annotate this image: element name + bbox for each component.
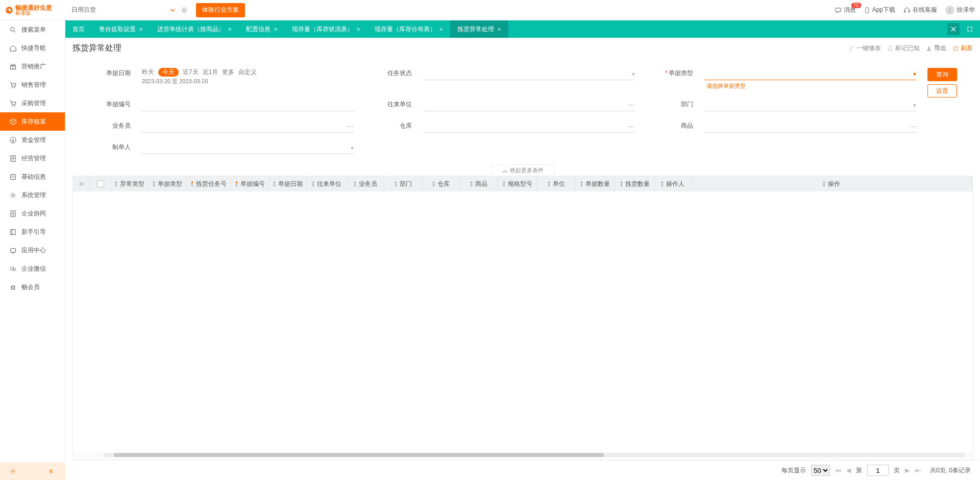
refresh-button[interactable]: 刷新 <box>952 44 973 53</box>
sort-icon[interactable]: ▲▼ <box>502 180 506 187</box>
sort-icon[interactable]: ▲▼ <box>353 180 357 187</box>
order-type-select[interactable]: ▾ <box>704 68 916 80</box>
settings-gear-icon[interactable] <box>9 468 16 475</box>
batch-edit-button[interactable]: 一键修改 <box>848 44 881 53</box>
sort-icon[interactable]: ▲▼ <box>273 180 277 187</box>
sort-icon[interactable]: ▲▼ <box>580 180 584 187</box>
column-header-8[interactable]: ▲▼业务员 <box>347 176 384 191</box>
close-icon[interactable]: ✕ <box>139 27 143 32</box>
column-header-4[interactable]: ▲▼拣货任务号 <box>186 176 231 191</box>
app-download-link[interactable]: App下载 <box>864 6 895 14</box>
horizontal-scrollbar[interactable] <box>73 452 972 458</box>
experience-plan-button[interactable]: 体验行业方案 <box>196 3 245 17</box>
collapse-sidebar-icon[interactable] <box>48 468 56 475</box>
close-icon[interactable]: ✕ <box>228 27 232 32</box>
column-header-7[interactable]: ▲▼往来单位 <box>307 176 347 191</box>
close-icon[interactable]: ✕ <box>497 27 501 32</box>
sidebar-item-0[interactable]: 搜索菜单 <box>0 20 65 39</box>
prev-page-button[interactable]: ◀ <box>846 467 851 474</box>
tab-4[interactable]: 现存量（库存状况表）✕ <box>285 20 368 38</box>
tab-5[interactable]: 现存量（库存分布表）✕ <box>368 20 450 38</box>
date-quick-2[interactable]: 近7天 <box>183 68 199 77</box>
search-button[interactable]: 查询 <box>927 68 957 81</box>
date-quick-4[interactable]: 更多 <box>222 68 234 77</box>
sort-icon[interactable]: ▲▼ <box>152 180 156 187</box>
close-icon[interactable]: ✕ <box>274 27 278 32</box>
sidebar-item-12[interactable]: 应用中心 <box>0 241 65 259</box>
sidebar-item-6[interactable]: 资金管理 <box>0 131 65 149</box>
date-quick-3[interactable]: 近1月 <box>203 68 218 77</box>
date-quick-1[interactable]: 今天 <box>158 68 179 77</box>
partner-picker[interactable]: ··· <box>423 99 635 111</box>
tab-6[interactable]: 拣货异常处理✕ <box>450 20 508 38</box>
sidebar-item-4[interactable]: 采购管理 <box>0 94 65 112</box>
tab-2[interactable]: 进货单统计表（按商品）✕ <box>150 20 239 38</box>
per-page-select[interactable]: 50 <box>811 465 830 476</box>
select-all-checkbox[interactable] <box>97 180 104 187</box>
sort-icon[interactable]: ▲▼ <box>660 180 665 187</box>
staff-picker[interactable]: ··· <box>142 121 354 133</box>
sort-icon[interactable]: ▲▼ <box>114 180 118 187</box>
column-header-0[interactable] <box>73 176 90 191</box>
product-picker[interactable]: ··· <box>704 121 916 133</box>
column-header-12[interactable]: ▲▼规格型号 <box>498 176 537 191</box>
dept-select[interactable]: ▾ <box>704 99 916 111</box>
sidebar-item-1[interactable]: 快捷导航 <box>0 39 65 57</box>
messages-link[interactable]: 消息 70 <box>835 6 856 14</box>
column-header-11[interactable]: ▲▼商品 <box>460 176 498 191</box>
date-quick-5[interactable]: 自定义 <box>238 68 257 77</box>
fullscreen-icon[interactable] <box>964 23 976 35</box>
mark-known-button[interactable]: 标记已知 <box>887 44 920 53</box>
industry-selector[interactable]: 日用百货 <box>71 6 175 14</box>
column-header-16[interactable]: ▲▼操作人 <box>655 176 691 191</box>
sort-icon[interactable]: ▲▼ <box>470 180 474 187</box>
last-page-button[interactable]: ⏭ <box>915 467 921 474</box>
sidebar-item-14[interactable]: 畅会员 <box>0 278 65 296</box>
column-header-9[interactable]: ▲▼部门 <box>384 176 422 191</box>
sidebar-item-8[interactable]: 基础信息 <box>0 167 65 186</box>
column-header-5[interactable]: ▲▼单据编号 <box>231 176 269 191</box>
close-all-tabs-icon[interactable] <box>947 23 960 35</box>
next-page-button[interactable]: ▶ <box>905 467 910 474</box>
sort-icon[interactable]: ▲▼ <box>311 180 315 187</box>
column-header-13[interactable]: ▲▼单位 <box>537 176 575 191</box>
first-page-button[interactable]: ⏮ <box>835 467 841 474</box>
sort-icon[interactable]: ▲▼ <box>547 180 551 187</box>
column-header-15[interactable]: ▲▼拣货数量 <box>615 176 655 191</box>
column-header-17[interactable]: ▲▼操作 <box>691 176 972 191</box>
order-no-input[interactable] <box>142 99 354 111</box>
column-header-14[interactable]: ▲▼单据数量 <box>575 176 615 191</box>
warehouse-picker[interactable]: ··· <box>423 121 635 133</box>
column-header-6[interactable]: ▲▼单据日期 <box>269 176 307 191</box>
task-state-select[interactable]: ▾ <box>423 68 635 80</box>
sort-icon[interactable]: ▲▼ <box>822 180 826 187</box>
tab-1[interactable]: 售价提取设置✕ <box>92 20 150 38</box>
sort-icon[interactable]: ▲▼ <box>620 180 624 187</box>
sidebar-item-11[interactable]: 新手引导 <box>0 223 65 241</box>
column-header-10[interactable]: ▲▼仓库 <box>422 176 460 191</box>
table-settings-gear-icon[interactable] <box>78 181 85 187</box>
page-number-input[interactable] <box>867 465 889 476</box>
sidebar-item-2[interactable]: 营销推广 <box>0 57 65 76</box>
column-header-1[interactable] <box>90 176 111 191</box>
top-gear-icon[interactable] <box>180 6 188 14</box>
close-icon[interactable]: ✕ <box>356 27 360 32</box>
support-link[interactable]: 在线客服 <box>903 6 937 14</box>
sidebar-item-5[interactable]: 库存核算 <box>0 112 65 131</box>
sidebar-item-10[interactable]: 企业协同 <box>0 204 65 223</box>
sidebar-item-3[interactable]: 销售管理 <box>0 76 65 94</box>
settings-button[interactable]: 设置 <box>927 84 957 98</box>
sidebar-item-7[interactable]: 经营管理 <box>0 149 65 167</box>
collapse-more-button[interactable]: ︽ 收起更多条件 <box>492 164 554 176</box>
tab-0[interactable]: 首页 <box>65 20 92 38</box>
sort-icon[interactable]: ▲▼ <box>394 180 398 187</box>
export-button[interactable]: 导出 <box>926 44 946 53</box>
sidebar-item-9[interactable]: 系统管理 <box>0 186 65 204</box>
sort-icon[interactable]: ▲▼ <box>235 180 239 187</box>
user-menu[interactable]: 徐泽华 <box>945 6 975 15</box>
column-header-3[interactable]: ▲▼单据类型 <box>149 176 186 191</box>
close-icon[interactable]: ✕ <box>439 27 443 32</box>
sort-icon[interactable]: ▲▼ <box>432 180 436 187</box>
sort-icon[interactable]: ▲▼ <box>190 180 194 187</box>
sidebar-item-13[interactable]: 企业微信 <box>0 259 65 278</box>
